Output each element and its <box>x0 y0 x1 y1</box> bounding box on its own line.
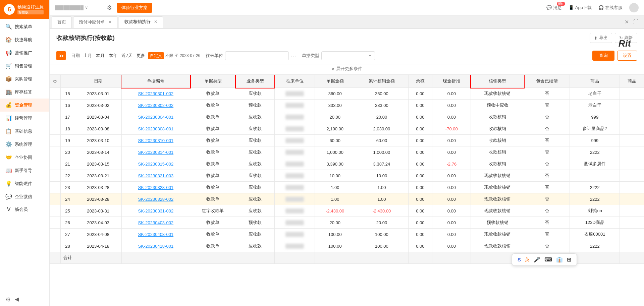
date-custom-button[interactable]: 自定义 <box>148 52 164 59</box>
nav-label-wechat: 企业微信 <box>15 194 32 200</box>
cell-amount: 360.00 <box>315 88 355 100</box>
cell-cash_discount: -70.00 <box>432 123 471 135</box>
sidebar-item-guide[interactable]: 📖新手引导 <box>0 164 49 177</box>
cell-voucher_no[interactable]: SK-20230328-002 <box>121 193 190 205</box>
nav-label-enterprise: 企业协同 <box>15 155 32 161</box>
sidebar-item-wechat[interactable]: 💬企业微信 <box>0 190 49 203</box>
cell-balance: 0.00 <box>408 229 432 240</box>
cell-voucher_no[interactable]: SK-20230321-003 <box>121 170 190 182</box>
filter-settings-button[interactable]: 设置 <box>617 51 637 61</box>
cell-gear <box>50 111 60 123</box>
cell-voucher_no[interactable]: SK-20230301-002 <box>121 88 190 100</box>
date-opt-上月[interactable]: 上月 <box>82 52 93 59</box>
app-download-button[interactable]: 📱 App下载 <box>569 5 592 11</box>
filter-expand-button[interactable]: ≫ <box>56 51 66 60</box>
sidebar-item-sales[interactable]: 🛒销售管理 <box>0 59 49 72</box>
cell-include_settled: 否 <box>524 111 570 123</box>
user-avatar[interactable] <box>629 3 639 12</box>
cell-voucher_no[interactable]: SK-20230315-002 <box>121 158 190 170</box>
sidebar-item-system[interactable]: ⚙️系统管理 <box>0 138 49 151</box>
cell-cash_discount: 0.00 <box>432 111 471 123</box>
cell-no: 20 <box>60 146 75 158</box>
sidebar-item-basic[interactable]: 📋基础信息 <box>0 125 49 138</box>
sidebar-item-enterprise[interactable]: 🤝企业协同 <box>0 151 49 164</box>
cell-voucher_no[interactable]: SK-20230302-002 <box>121 100 190 111</box>
filter-more-dots[interactable]: ··· <box>291 53 297 58</box>
cell-voucher_no[interactable]: SK-20230314-001 <box>121 146 190 158</box>
collapse-icon[interactable]: ◀ <box>15 296 19 303</box>
cell-amount: 20.00 <box>315 111 355 123</box>
col-header-writeoff_type: 核销类型 <box>471 75 524 88</box>
cell-balance: 0.00 <box>408 170 432 182</box>
sidebar-item-marketing[interactable]: 📢营销推广 <box>0 46 49 59</box>
cell-amount: 20.00 <box>315 217 355 229</box>
messages-button[interactable]: 💬 消息 99+ <box>546 5 562 11</box>
tab-收款核销执行[interactable]: 收款核销执行✕ <box>119 16 163 28</box>
cell-voucher_no[interactable]: SK-20230310-001 <box>121 135 190 146</box>
sidebar: 6 畅康道好生意 标推版 🔍搜索菜单🏠快捷导航📢营销推广🛒销售管理📦采购管理🏬库… <box>0 0 50 306</box>
date-options: 上月本月本年近7天更多自定义不限 至 2023-07-26 <box>82 52 200 59</box>
gear-button[interactable]: ⚙ <box>105 3 114 12</box>
ime-shirt-icon[interactable]: 👔 <box>556 256 563 263</box>
tab-预付冲应付单[interactable]: 预付冲应付单✕ <box>73 16 117 28</box>
expand-more-button[interactable]: ∨ 展开更多条件 <box>331 66 362 72</box>
cell-amount: 3,390.00 <box>315 158 355 170</box>
cell-voucher_no[interactable]: SK-20230331-002 <box>121 205 190 217</box>
tab-close-icon[interactable]: ✕ <box>108 20 112 24</box>
chevron-down-icon[interactable]: ∨ <box>85 5 88 10</box>
cell-date: 2023-03-01 <box>75 88 121 100</box>
cell-date: 2023-04-03 <box>75 217 121 229</box>
sidebar-item-quick[interactable]: 🏠快捷导航 <box>0 33 49 46</box>
cell-voucher_no[interactable]: SK-20230328-001 <box>121 182 190 193</box>
sidebar-item-hardware[interactable]: 💡智能硬件 <box>0 177 49 190</box>
cell-biz_type: 应收款 <box>236 88 274 100</box>
sidebar-item-finance[interactable]: 💰资金管理 <box>0 99 49 112</box>
sidebar-footer[interactable]: ⚙ ◀ <box>0 293 49 306</box>
ime-grid-icon[interactable]: ⊞ <box>567 256 571 263</box>
solution-button[interactable]: 体验行业方案 <box>117 3 152 13</box>
cell-include_settled: 否 <box>524 193 570 205</box>
cell-writeoff_amount: 20.00 <box>355 217 408 229</box>
col-header-include_settled: 包含已结清 <box>524 75 570 88</box>
cell-writeoff_amount: 360.00 <box>355 88 408 100</box>
sidebar-item-search[interactable]: 🔍搜索菜单 <box>0 20 49 33</box>
sidebar-item-member[interactable]: V畅会员 <box>0 203 49 216</box>
query-button[interactable]: 查询 <box>592 51 614 61</box>
maximize-window-button[interactable]: ⛶ <box>632 18 640 26</box>
online-service-button[interactable]: 🎧 在线客服 <box>598 5 623 11</box>
cell-voucher_no[interactable]: SK-20230408-001 <box>121 229 190 240</box>
date-opt-近7天[interactable]: 近7天 <box>120 52 134 59</box>
cell-biz_type: 应收款 <box>236 193 274 205</box>
ime-mic-icon[interactable]: 🎤 <box>534 256 540 263</box>
table-row: 252023-03-31SK-20230331-002红字收款单应收款█████… <box>50 205 644 217</box>
sidebar-item-operation[interactable]: 📊经营管理 <box>0 112 49 125</box>
cell-writeoff_amount: 20.00 <box>355 111 408 123</box>
cell-writeoff_amount: 60.00 <box>355 135 408 146</box>
partner-input[interactable] <box>225 51 289 60</box>
footer-cell-biz_type <box>236 252 274 264</box>
date-opt-本年[interactable]: 本年 <box>107 52 119 59</box>
settings-footer-icon[interactable]: ⚙ <box>5 296 11 303</box>
tab-close-icon[interactable]: ✕ <box>154 19 157 24</box>
voucher-type-select[interactable] <box>321 51 375 60</box>
headset-icon: 🎧 <box>598 5 604 10</box>
nav-icon-finance: 💰 <box>5 102 12 108</box>
export-button[interactable]: ⬆ 导出 <box>590 33 612 43</box>
cell-voucher_no[interactable]: SK-20230304-001 <box>121 111 190 123</box>
nav-label-operation: 经营管理 <box>15 115 32 121</box>
tab-首页[interactable]: 首页 <box>52 16 72 28</box>
sidebar-item-inventory[interactable]: 🏬库存核算 <box>0 85 49 99</box>
close-window-button[interactable]: ✕ <box>623 18 631 26</box>
cell-date: 2023-03-14 <box>75 146 121 158</box>
ime-keyboard-icon[interactable]: ⌨ <box>544 256 552 263</box>
cell-voucher_no[interactable]: SK-20230418-001 <box>121 240 190 252</box>
cell-voucher_no[interactable]: SK-20230308-001 <box>121 123 190 135</box>
date-opt-更多[interactable]: 更多 <box>135 52 147 59</box>
sidebar-item-purchase[interactable]: 📦采购管理 <box>0 72 49 85</box>
cell-goods: 999 <box>570 135 620 146</box>
corner-text: Rit <box>619 38 631 49</box>
cell-date: 2023-03-28 <box>75 193 121 205</box>
date-opt-本月[interactable]: 本月 <box>95 52 106 59</box>
cell-voucher_no[interactable]: SK-20230403-002 <box>121 217 190 229</box>
voucher-type-filter-group: 单据类型 <box>302 51 375 60</box>
